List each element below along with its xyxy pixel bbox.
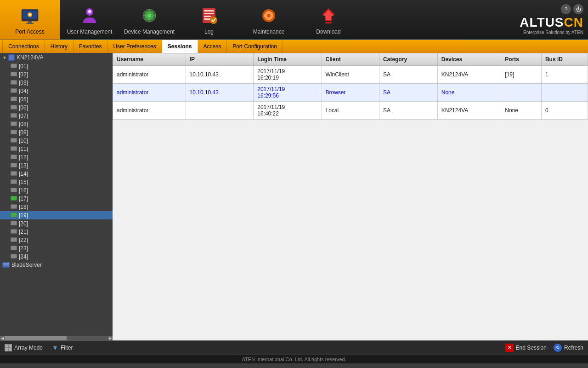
port-node-08[interactable]: [08] xyxy=(0,120,113,128)
svg-point-10 xyxy=(147,14,151,17)
port-node-01[interactable]: [01] xyxy=(0,62,113,70)
svg-rect-14 xyxy=(204,16,211,17)
array-mode-button[interactable]: Array Mode xyxy=(5,344,43,351)
cell-devices: None xyxy=(437,84,501,102)
port-node-20[interactable]: [20] xyxy=(0,219,113,228)
nav-port-access[interactable]: Port Access xyxy=(0,0,60,40)
nav-log[interactable]: Log xyxy=(179,0,239,40)
port-node-14[interactable]: [14] xyxy=(0,170,113,178)
port-label: [05] xyxy=(19,96,28,103)
table-row[interactable]: administrator 2017/11/1916:40:22 Local S… xyxy=(113,102,588,120)
cell-ports: [19] xyxy=(501,66,542,84)
port-node-03[interactable]: [03] xyxy=(0,79,113,87)
subnav-port-configuration[interactable]: Port Configuration xyxy=(227,40,283,53)
category-link[interactable]: SA xyxy=(383,89,390,96)
port-node-21[interactable]: [21] xyxy=(0,228,113,236)
port-label: [17] xyxy=(19,196,28,202)
client-link[interactable]: Browser xyxy=(326,89,346,96)
svg-rect-12 xyxy=(204,10,214,12)
scroll-right-arrow[interactable]: ▶ xyxy=(108,336,113,341)
subnav-history[interactable]: History xyxy=(45,40,74,53)
nav-port-access-label: Port Access xyxy=(15,29,44,35)
scroll-thumb[interactable] xyxy=(5,336,67,341)
col-ports: Ports xyxy=(501,53,542,66)
nav-download[interactable]: Download xyxy=(299,0,358,40)
top-navigation: Port Access User Management Device Manag… xyxy=(0,0,588,40)
end-session-button[interactable]: ✕ End Session xyxy=(505,344,547,352)
subnav-user-preferences[interactable]: User Preferences xyxy=(107,40,162,53)
port-node-11[interactable]: [11] xyxy=(0,145,113,153)
username-link[interactable]: administrator xyxy=(117,89,148,96)
subnav-connections[interactable]: Connections xyxy=(2,40,45,53)
sidebar: ▼ KN2124VA [01][02][03][04][05][06][07][… xyxy=(0,53,113,340)
scroll-left-arrow[interactable]: ◀ xyxy=(0,336,5,341)
blade-server-node[interactable]: BladeServer xyxy=(0,261,113,269)
nav-device-management[interactable]: Device Management xyxy=(119,0,179,40)
col-login-time: Login Time xyxy=(254,53,322,66)
port-label: [07] xyxy=(19,113,28,119)
power-button[interactable]: ⏻ xyxy=(573,4,583,14)
port-node-10[interactable]: [10] xyxy=(0,137,113,145)
right-panel: Username IP Login Time Client Category D… xyxy=(113,53,588,340)
nav-user-management[interactable]: User Management xyxy=(60,0,119,40)
refresh-button[interactable]: ↻ Refresh xyxy=(554,344,583,352)
sidebar-horizontal-scrollbar[interactable]: ◀ ▶ xyxy=(0,336,113,340)
subnav-access[interactable]: Access xyxy=(198,40,227,53)
monitor-port-icon xyxy=(11,188,17,192)
port-node-07[interactable]: [07] xyxy=(0,112,113,120)
svg-point-7 xyxy=(88,10,91,13)
cell-client: Browser xyxy=(322,84,379,102)
refresh-icon: ↻ xyxy=(554,344,562,352)
port-node-05[interactable]: [05] xyxy=(0,95,113,104)
main-content: ▼ KN2124VA [01][02][03][04][05][06][07][… xyxy=(0,53,588,340)
cell-ports xyxy=(501,84,542,102)
port-node-19[interactable]: [19] xyxy=(0,211,113,219)
grid-cell-2 xyxy=(9,345,12,348)
port-node-17[interactable]: [17] xyxy=(0,195,113,203)
port-node-18[interactable]: [18] xyxy=(0,203,113,211)
sidebar-tree[interactable]: ▼ KN2124VA [01][02][03][04][05][06][07][… xyxy=(0,53,113,336)
port-node-13[interactable]: [13] xyxy=(0,161,113,170)
monitor-port-icon xyxy=(11,221,17,225)
port-node-09[interactable]: [09] xyxy=(0,128,113,137)
logo-subtitle: Enterprise Solutions by ATEN xyxy=(523,30,583,35)
port-node-02[interactable]: [02] xyxy=(0,70,113,79)
port-label: [20] xyxy=(19,220,28,227)
port-label: [13] xyxy=(19,162,28,169)
cell-ports: None xyxy=(501,102,542,120)
col-username: Username xyxy=(113,53,186,66)
username-text: administrator xyxy=(117,71,148,78)
nav-maintenance[interactable]: Maintenance xyxy=(239,0,299,40)
devices-link[interactable]: None xyxy=(441,89,455,96)
scroll-track[interactable] xyxy=(5,336,108,341)
category-text: SA xyxy=(383,107,390,114)
port-node-24[interactable]: [24] xyxy=(0,253,113,261)
monitor-port-icon xyxy=(11,72,17,76)
monitor-port-icon xyxy=(11,138,17,143)
bottom-actions: ✕ End Session ↻ Refresh xyxy=(505,344,583,352)
refresh-label: Refresh xyxy=(564,345,583,351)
port-access-icon xyxy=(19,5,41,27)
port-node-16[interactable]: [16] xyxy=(0,186,113,195)
login-time-link[interactable]: 2017/11/1916:29:56 xyxy=(257,86,285,99)
filter-button[interactable]: ▼ Filter xyxy=(52,344,73,351)
help-button[interactable]: ? xyxy=(561,4,571,14)
port-node-12[interactable]: [12] xyxy=(0,153,113,161)
port-node-22[interactable]: [22] xyxy=(0,236,113,244)
table-row[interactable]: administrator 10.10.10.43 2017/11/1916:2… xyxy=(113,84,588,102)
blade-server-icon xyxy=(2,262,10,268)
port-node-06[interactable]: [06] xyxy=(0,104,113,112)
grid-cell-1 xyxy=(5,345,8,348)
port-node-15[interactable]: [15] xyxy=(0,178,113,186)
subnav-sessions[interactable]: Sessions xyxy=(162,40,198,53)
collapse-icon[interactable]: ▼ xyxy=(2,55,7,60)
port-label: [08] xyxy=(19,121,28,127)
ip-link[interactable]: 10.10.10.43 xyxy=(190,89,219,96)
monitor-port-icon xyxy=(11,179,17,184)
subnav-favorites[interactable]: Favorites xyxy=(74,40,107,53)
port-node-04[interactable]: [04] xyxy=(0,87,113,95)
grid-cell-3 xyxy=(5,348,8,351)
table-row[interactable]: administrator 10.10.10.43 2017/11/1916:2… xyxy=(113,66,588,84)
port-node-23[interactable]: [23] xyxy=(0,244,113,253)
tree-root-node[interactable]: ▼ KN2124VA xyxy=(0,53,113,62)
